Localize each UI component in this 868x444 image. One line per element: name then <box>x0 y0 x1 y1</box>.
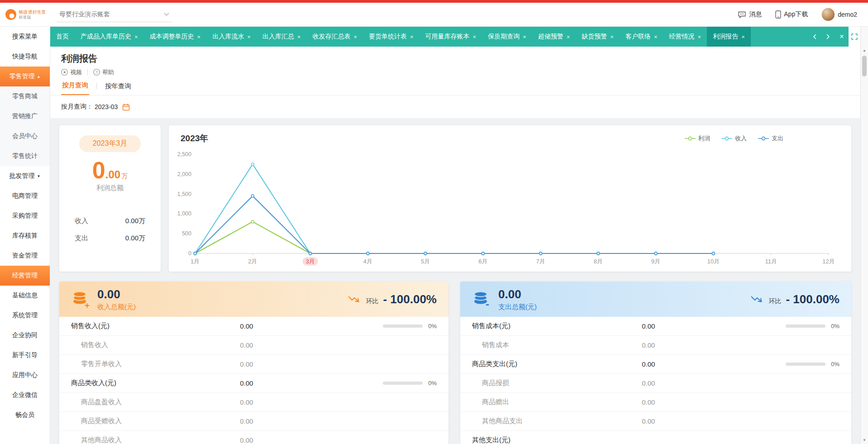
sidebar-item-4[interactable]: 营销推广 <box>0 106 50 126</box>
sidebar-item-17[interactable]: 应用中心 <box>0 365 50 385</box>
dashboard-content: 2023年3月 0 .00 万 利润总额 收入0.00万支出0.00万 2023… <box>50 118 860 444</box>
scroll-thumb[interactable] <box>862 56 867 76</box>
sidebar-item-label: 搜索菜单 <box>12 33 38 41</box>
tab-13[interactable]: 利润报告× <box>707 27 751 47</box>
income-total-label: 收入总额(元) <box>97 303 136 311</box>
month-filter-value[interactable]: 2023-03 <box>95 103 118 110</box>
tab-3[interactable]: 出入库流水× <box>206 27 257 47</box>
tab-close-icon[interactable]: × <box>247 33 251 40</box>
tabs-close-all-icon[interactable]: × <box>835 27 849 47</box>
tab-close-icon[interactable]: × <box>610 33 614 40</box>
legend-item[interactable]: 利润 <box>684 134 710 143</box>
tab-7[interactable]: 可用量库存账本× <box>420 27 482 47</box>
help-link[interactable]: ? 帮助 <box>93 68 114 76</box>
filter-label: 按月查询： <box>61 103 93 111</box>
tab-close-icon[interactable]: × <box>473 33 477 40</box>
summary-rows: 收入0.00万支出0.00万 <box>59 212 161 247</box>
sidebar-item-15[interactable]: 企业协同 <box>0 325 50 345</box>
calendar-icon[interactable] <box>122 103 130 111</box>
tab-close-icon[interactable]: × <box>741 33 745 40</box>
legend-item[interactable]: 支出 <box>758 134 783 143</box>
fullscreen-icon[interactable] <box>849 27 860 47</box>
progress-bar <box>383 382 423 385</box>
tab-close-icon[interactable]: × <box>654 33 658 40</box>
tab-scroll-left-icon[interactable] <box>808 27 821 47</box>
tab-10[interactable]: 缺货预警× <box>576 27 620 47</box>
tab-scroll-right-icon[interactable] <box>821 27 835 47</box>
svg-text:9月: 9月 <box>651 258 660 265</box>
tab-close-icon[interactable]: × <box>523 33 526 40</box>
sidebar-item-5[interactable]: 会员中心 <box>0 126 50 146</box>
video-link[interactable]: 视频 <box>61 68 82 76</box>
stat-row-label: 销售成本(元) <box>472 322 612 330</box>
svg-text:10月: 10月 <box>707 258 720 265</box>
app-logo[interactable]: 畅捷通好生意 标准版 <box>0 8 50 21</box>
legend-item[interactable]: 收入 <box>721 134 747 143</box>
messages-button[interactable]: 消息 <box>738 10 762 19</box>
tab-close-icon[interactable]: × <box>698 33 701 40</box>
tab-close-icon[interactable]: × <box>567 33 570 40</box>
messages-label: 消息 <box>749 10 762 19</box>
page-scrollbar[interactable]: ▲ ▼ <box>860 27 868 444</box>
tab-close-icon[interactable]: × <box>297 33 301 40</box>
sidebar-item-12[interactable]: 经营管理 <box>0 266 50 286</box>
tab-monthly-query[interactable]: 按月查询 <box>61 81 89 95</box>
tab-4[interactable]: 出入库汇总× <box>257 27 307 47</box>
page-title: 利润报告 <box>61 47 849 66</box>
sidebar-item-11[interactable]: 资金管理 <box>0 246 50 266</box>
stat-row-value: 0.00 <box>210 322 283 330</box>
tab-yearly-query[interactable]: 按年查询 <box>104 82 132 95</box>
sidebar-item-label: 企业协同 <box>12 331 38 339</box>
tab-close-icon[interactable]: × <box>410 33 414 40</box>
sidebar-item-14[interactable]: 系统管理 <box>0 306 50 325</box>
sidebar-item-2[interactable]: 零售管理▲ <box>0 67 50 86</box>
tab-8[interactable]: 保质期查询× <box>482 27 532 47</box>
tab-close-icon[interactable]: × <box>353 33 357 40</box>
tab-0[interactable]: 首页 <box>50 27 75 47</box>
stat-row-value: 0.00 <box>210 436 283 444</box>
tab-2[interactable]: 成本调整单历史× <box>144 27 207 47</box>
sidebar-item-9[interactable]: 采购管理 <box>0 206 50 226</box>
sidebar-item-1[interactable]: 快捷导航 <box>0 47 50 67</box>
tab-close-icon[interactable]: × <box>197 33 201 40</box>
stat-row-label: 商品受赠收入 <box>71 417 210 425</box>
sidebar-item-6[interactable]: 零售统计 <box>0 146 50 166</box>
sidebar-item-18[interactable]: 企业微信 <box>0 385 50 405</box>
help-label: 帮助 <box>102 68 114 76</box>
sidebar-item-16[interactable]: 新手引导 <box>0 345 50 365</box>
summary-row-label: 收入 <box>75 217 88 225</box>
tab-close-icon[interactable]: × <box>134 33 138 40</box>
tab-5[interactable]: 收发存汇总表× <box>306 27 363 47</box>
sidebar-item-10[interactable]: 库存核算 <box>0 226 50 246</box>
tab-1[interactable]: 产成品入库单历史× <box>75 27 144 47</box>
sidebar-item-19[interactable]: 畅会员 <box>0 405 50 425</box>
scroll-down-icon[interactable]: ▼ <box>861 438 868 442</box>
sidebar-item-13[interactable]: 基础信息 <box>0 286 50 306</box>
tab-12[interactable]: 经营情况× <box>663 27 707 47</box>
sidebar-item-8[interactable]: 电商管理 <box>0 186 50 206</box>
sidebar-item-0[interactable]: 搜索菜单 <box>0 27 50 47</box>
tab-11[interactable]: 客户联络× <box>620 27 663 47</box>
sidebar-item-label: 零售商城 <box>12 92 38 100</box>
expense-mom-value: - 100.00% <box>786 292 839 306</box>
account-select[interactable]: 母婴行业演示账套 <box>57 7 172 22</box>
user-menu[interactable]: demo2 <box>821 8 857 21</box>
sidebar-item-7[interactable]: 批发管理▼ <box>0 166 50 186</box>
svg-text:3月: 3月 <box>305 258 315 265</box>
profit-chart-card: 2023年 利润收入支出 05001,0001,5002,0002,5001月2… <box>169 125 851 272</box>
profit-total-label: 利润总额 <box>59 184 161 192</box>
svg-text:1月: 1月 <box>191 258 200 265</box>
stat-row-label: 商品类支出(元) <box>472 360 612 368</box>
stat-row-label: 商品报损 <box>472 379 612 387</box>
legend-marker-icon <box>758 136 769 141</box>
scroll-up-icon[interactable]: ▲ <box>861 48 868 53</box>
stat-row-value: 0.00 <box>210 398 283 406</box>
tab-6[interactable]: 要货单统计表× <box>363 27 420 47</box>
tab-label: 首页 <box>56 33 69 41</box>
svg-text:+: + <box>85 301 90 309</box>
income-row: 商品盘盈收入0.00 <box>59 393 448 412</box>
svg-text:2,500: 2,500 <box>177 151 191 158</box>
sidebar-item-3[interactable]: 零售商城 <box>0 86 50 106</box>
tab-9[interactable]: 超储预警× <box>532 27 576 47</box>
app-download-button[interactable]: App下载 <box>775 10 808 19</box>
